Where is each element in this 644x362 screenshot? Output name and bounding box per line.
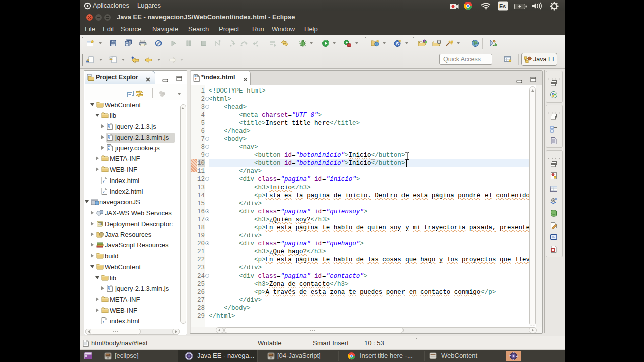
svg-text:10: 10 [98,223,101,225]
svg-text:S: S [396,41,399,46]
svg-text:Es: Es [499,3,506,9]
